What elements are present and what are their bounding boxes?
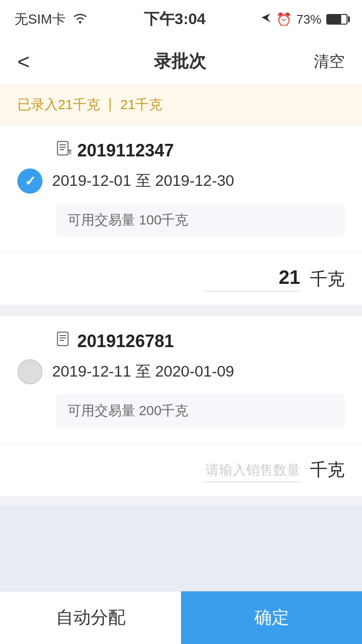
auto-distribute-button[interactable]: 自动分配 bbox=[0, 591, 181, 644]
battery-icon bbox=[326, 14, 348, 25]
available-qty-1: 可用交易量 100千克 bbox=[56, 203, 345, 237]
svg-rect-4 bbox=[59, 149, 64, 150]
batch-date-2: 2019-12-11 至 2020-01-09 bbox=[52, 361, 234, 382]
batch-card-1-inner: 回 2019112347 ✓ 2019-12-01 至 2019-12-30 可… bbox=[0, 125, 362, 252]
batch-card-1: 回 2019112347 ✓ 2019-12-01 至 2019-12-30 可… bbox=[0, 125, 362, 305]
svg-rect-1 bbox=[57, 141, 68, 155]
card-separator-1 bbox=[0, 305, 362, 315]
total-qty: 21千克 bbox=[120, 96, 162, 114]
batch-date-row-1: ✓ 2019-12-01 至 2019-12-30 bbox=[17, 168, 345, 194]
qty-input-2[interactable] bbox=[204, 457, 300, 479]
batch-doc-icon-1: 回 bbox=[56, 141, 71, 160]
svg-text:回: 回 bbox=[68, 151, 71, 155]
info-divider bbox=[110, 98, 111, 112]
radio-unchecked-2[interactable] bbox=[17, 359, 42, 384]
status-bar: 无SIM卡 下午3:04 ⏰ 73% bbox=[0, 0, 362, 39]
location-icon bbox=[261, 12, 271, 28]
batch-date-1: 2019-12-01 至 2019-12-30 bbox=[52, 170, 234, 192]
page-title: 录批次 bbox=[154, 50, 206, 73]
qty-input-1[interactable] bbox=[204, 266, 300, 288]
carrier-text: 无SIM卡 bbox=[14, 10, 66, 28]
battery-percent: 73% bbox=[296, 12, 321, 27]
checkmark-icon-1: ✓ bbox=[25, 173, 36, 189]
batch-date-row-2: 2019-12-11 至 2020-01-09 bbox=[17, 359, 345, 384]
status-right: ⏰ 73% bbox=[261, 12, 348, 28]
batch-id-row-2: 2019126781 bbox=[56, 331, 345, 351]
svg-rect-8 bbox=[59, 335, 66, 336]
qty-input-wrapper-2 bbox=[204, 457, 300, 482]
batch-card-2: 2019126781 2019-12-11 至 2020-01-09 可用交易量… bbox=[0, 316, 362, 496]
svg-rect-7 bbox=[57, 332, 68, 346]
bottom-action-bar: 自动分配 确定 bbox=[0, 591, 362, 644]
svg-rect-3 bbox=[59, 147, 66, 148]
qty-row-2: 千克 bbox=[0, 443, 362, 496]
back-button[interactable]: < bbox=[17, 50, 46, 74]
recorded-qty: 已录入21千克 bbox=[17, 96, 100, 114]
info-bar: 已录入21千克 21千克 bbox=[0, 85, 362, 125]
qty-row-1: 千克 bbox=[0, 252, 362, 305]
alarm-icon: ⏰ bbox=[276, 12, 292, 27]
clear-button[interactable]: 清空 bbox=[314, 51, 345, 72]
batch-card-2-inner: 2019126781 2019-12-11 至 2020-01-09 可用交易量… bbox=[0, 316, 362, 443]
content-area: 回 2019112347 ✓ 2019-12-01 至 2019-12-30 可… bbox=[0, 125, 362, 644]
available-qty-2: 可用交易量 200千克 bbox=[56, 394, 345, 428]
batch-id-1: 2019112347 bbox=[77, 140, 174, 161]
batch-id-row-1: 回 2019112347 bbox=[56, 140, 345, 161]
svg-point-0 bbox=[79, 21, 81, 23]
confirm-button[interactable]: 确定 bbox=[181, 591, 362, 644]
batch-doc-icon-2 bbox=[56, 332, 71, 351]
wifi-icon bbox=[71, 12, 89, 28]
qty-unit-1: 千克 bbox=[310, 267, 345, 291]
radio-checked-1[interactable]: ✓ bbox=[17, 168, 42, 194]
qty-unit-2: 千克 bbox=[310, 458, 345, 482]
svg-rect-9 bbox=[59, 337, 66, 338]
svg-rect-10 bbox=[59, 340, 64, 341]
status-time: 下午3:04 bbox=[144, 9, 206, 30]
svg-rect-2 bbox=[59, 144, 66, 145]
card-separator-2 bbox=[0, 496, 362, 505]
status-left: 无SIM卡 bbox=[14, 10, 89, 28]
nav-bar: < 录批次 清空 bbox=[0, 39, 362, 85]
batch-id-2: 2019126781 bbox=[77, 331, 174, 351]
qty-input-wrapper-1 bbox=[204, 266, 300, 292]
